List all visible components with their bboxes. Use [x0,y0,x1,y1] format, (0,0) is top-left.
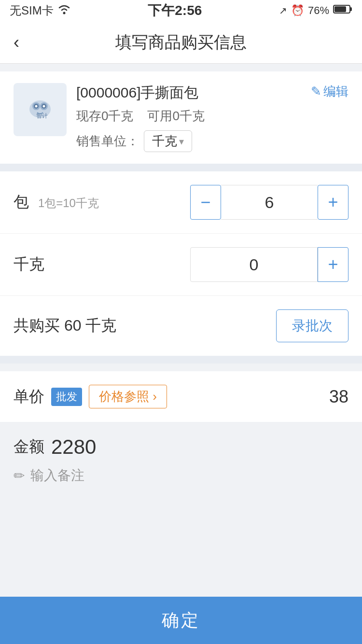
status-bar: 无SIM卡 下午2:56 ↗ ⏰ 76% [0,0,362,21]
product-name: [0000006]手撕面包 [76,83,348,103]
kg-label: 千克 [14,254,190,275]
status-time: 下午2:56 [148,1,202,20]
summary-row: 共购买 60 千克 录批次 [0,296,362,356]
status-right: ↗ ⏰ 76% [279,4,352,17]
back-button[interactable]: ‹ [14,32,19,53]
edit-icon: ✎ [311,84,321,99]
chevron-down-icon: ▾ [179,136,184,147]
amount-value: 2280 [51,435,96,459]
kg-plus-button[interactable]: + [318,247,348,282]
svg-rect-2 [350,7,352,11]
location-icon: ↗ [279,5,287,16]
carrier-label: 无SIM卡 [10,3,54,18]
price-value: 38 [329,387,348,407]
price-row: 单价 批发 价格参照 › 38 [14,385,348,408]
summary-text: 共购买 60 千克 [14,315,116,336]
svg-point-9 [35,105,38,107]
product-stock: 现存0千克 可用0千克 [76,108,348,125]
package-sublabel: 1包=10千克 [38,196,99,210]
kg-qty-control: + [190,247,348,282]
battery-icon [333,4,352,17]
package-qty-input[interactable] [221,185,318,220]
package-minus-button[interactable]: − [190,185,221,220]
product-image: 智计 [14,83,67,136]
package-row: 包 1包=10千克 − + [0,171,362,234]
svg-text:智计: 智计 [36,112,48,119]
svg-rect-3 [334,6,346,12]
amount-row: 金额 2280 [14,435,348,459]
price-label: 单价 [14,386,44,407]
svg-point-0 [63,12,65,14]
product-info: [0000006]手撕面包 现存0千克 可用0千克 销售单位： 千克 ▾ [76,83,348,152]
product-card: 智计 [0000006]手撕面包 现存0千克 可用0千克 销售单位： 千克 ▾ … [0,71,362,164]
package-plus-button[interactable]: + [318,185,348,220]
package-qty-control: − + [190,185,348,220]
unit-select[interactable]: 千克 ▾ [144,130,192,152]
confirm-button[interactable]: 确定 [0,597,362,644]
amount-label: 金额 [14,436,44,458]
price-ref-button[interactable]: 价格参照 › [89,385,167,408]
status-left: 无SIM卡 [10,3,71,18]
price-label-group: 单价 批发 价格参照 › [14,385,167,408]
price-badge: 批发 [51,388,82,406]
product-unit-row: 销售单位： 千克 ▾ [76,130,348,152]
product-logo-icon: 智计 [26,96,55,124]
wifi-icon [57,4,71,17]
remark-label: 输入备注 [30,466,84,485]
kg-row: 千克 + [0,234,362,296]
battery-label: 76% [308,4,329,17]
alarm-icon: ⏰ [291,4,304,17]
edit-button[interactable]: ✎ 编辑 [311,83,348,100]
remark-row[interactable]: ✏ 输入备注 [14,466,348,485]
kg-qty-input[interactable] [190,247,318,282]
section-divider-1 [0,164,362,171]
page-title: 填写商品购买信息 [115,31,247,54]
nav-bar: ‹ 填写商品购买信息 [0,21,362,64]
pencil-icon: ✏ [14,468,25,484]
svg-point-10 [43,105,45,107]
amount-section: 金额 2280 ✏ 输入备注 [0,422,362,494]
input-section: 包 1包=10千克 − + 千克 + [0,171,362,296]
batch-button[interactable]: 录批次 [276,309,348,342]
price-section: 单价 批发 价格参照 › 38 [0,371,362,422]
package-label: 包 1包=10千克 [14,192,190,213]
section-divider-2 [0,356,362,364]
